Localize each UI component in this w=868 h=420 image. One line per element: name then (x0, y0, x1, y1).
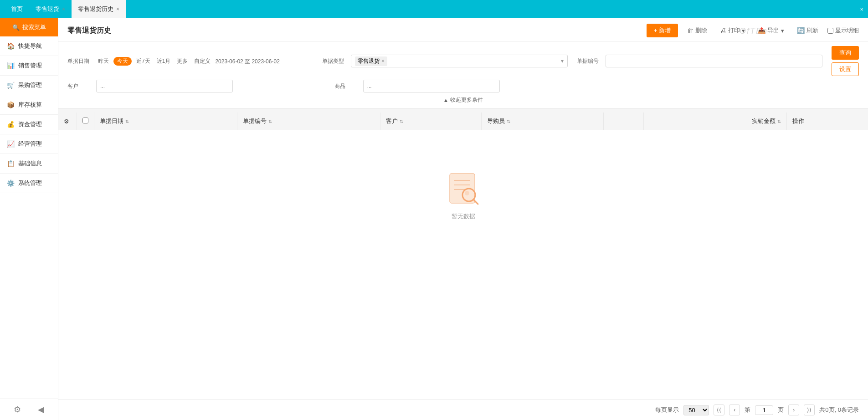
guide-sort-icon: ⇅ (507, 119, 510, 124)
type-select-dropdown-icon: ▾ (561, 58, 564, 64)
sidebar-item-basic-info-label: 基础信息 (18, 159, 42, 168)
select-all-checkbox[interactable] (82, 118, 88, 123)
collapse-label: 收起更多条件 (450, 96, 483, 104)
home-icon: 🏠 (6, 42, 15, 50)
sidebar-item-finance-mgmt[interactable]: 💰 资金管理 (0, 115, 58, 134)
inventory-icon: 📦 (6, 101, 15, 109)
collapse-icon[interactable]: ◀ (38, 405, 44, 415)
page-size-label: 每页显示 (655, 406, 679, 414)
sidebar-search[interactable]: 🔍 搜索菜单 (0, 18, 58, 36)
date-option-7days[interactable]: 近7天 (134, 57, 152, 66)
date-option-more[interactable]: 更多 (175, 57, 190, 66)
page-last-btn[interactable]: ⟩⟩ (804, 405, 815, 415)
date-option-yesterday[interactable]: 昨天 (96, 57, 111, 66)
filter-row-1: 单据日期 昨天 今天 近7天 近1月 更多 自定义 2023-06-02 至 2… (67, 46, 859, 76)
page-label-pre: 第 (745, 406, 750, 414)
tab-retail-return-label: 零售退货 (36, 5, 59, 13)
page-next-btn[interactable]: › (788, 405, 799, 415)
number-filter-input[interactable] (606, 55, 822, 67)
settings-bottom-icon[interactable]: ⚙ (14, 405, 21, 415)
th-customer[interactable]: 客户 ⇅ (380, 113, 481, 130)
filter-settings-button[interactable]: 设置 (832, 62, 859, 76)
th-spacer (604, 113, 644, 130)
sidebar-item-operations-mgmt[interactable]: 📈 经营管理 (0, 134, 58, 154)
th-action: 操作 (787, 113, 868, 130)
export-label: 导出 (767, 26, 779, 35)
content-area: 零售退货历史 + 新增 🗑 删除 🖨 打印 ▾ 📤 导出 (58, 18, 868, 420)
page-prev-btn[interactable]: ‹ (729, 405, 740, 415)
add-icon: + (654, 27, 657, 34)
page-first-btn[interactable]: ⟨⟨ (714, 405, 724, 415)
query-action-group: 查询 设置 (832, 46, 859, 76)
top-bar-close[interactable]: × (860, 6, 863, 13)
type-filter-label: 单据类型 (322, 57, 347, 65)
page-input[interactable] (755, 405, 773, 415)
sidebar-item-system-mgmt[interactable]: ⚙️ 系统管理 (0, 174, 58, 193)
add-label: 新增 (659, 27, 671, 34)
table-body: 暂无数据 (58, 130, 868, 257)
total-text: 共0页, 0条记录 (819, 406, 859, 414)
export-icon: 📤 (758, 27, 765, 34)
th-amount-label: 实销金额 (752, 117, 776, 125)
filter-row-2: 客户 商品 (67, 80, 859, 92)
export-button[interactable]: 📤 导出 ▾ (754, 25, 788, 36)
type-tag-close[interactable]: × (381, 58, 385, 64)
tab-retail-return-history-close[interactable]: × (116, 6, 119, 12)
operations-icon: 📈 (6, 140, 15, 148)
date-option-1month[interactable]: 近1月 (155, 57, 173, 66)
sidebar-item-sales-mgmt[interactable]: 📊 销售管理 (0, 56, 58, 76)
print-label: 打印 (728, 26, 740, 35)
type-tag: 零售退货 × (355, 56, 387, 66)
date-sort-icon: ⇅ (125, 119, 129, 124)
display-toggle[interactable]: 显示明细 (827, 26, 859, 35)
th-checkbox[interactable] (77, 113, 94, 130)
table-header-row: ⚙ 单据日期 ⇅ 单据编号 (58, 113, 868, 130)
refresh-icon: 🔄 (797, 27, 805, 34)
sidebar-item-purchase-mgmt-label: 采购管理 (18, 81, 42, 89)
collapse-filter-button[interactable]: ▲ 收起更多条件 (436, 96, 491, 104)
empty-row: 暂无数据 (58, 130, 868, 257)
finance-icon: 💰 (6, 120, 15, 128)
tab-retail-return-history-label: 零售退货历史 (78, 5, 113, 13)
display-toggle-checkbox[interactable] (827, 28, 833, 34)
pagination-bar: 每页显示 10 20 50 100 ⟨⟨ ‹ 第 页 › ⟩⟩ 共0页, 0条记… (58, 400, 868, 420)
page-header: 零售退货历史 + 新增 🗑 删除 🖨 打印 ▾ 📤 导出 (58, 18, 868, 41)
tab-retail-return-history[interactable]: 零售退货历史 × (72, 0, 126, 18)
tab-retail-return-close[interactable]: × (62, 6, 65, 12)
product-filter-input[interactable] (363, 80, 500, 92)
svg-point-6 (465, 191, 469, 195)
print-button[interactable]: 🖨 打印 ▾ (716, 25, 749, 36)
date-option-today[interactable]: 今天 (113, 57, 132, 66)
add-button[interactable]: + 新增 (647, 24, 678, 37)
table-area: ⚙ 单据日期 ⇅ 单据编号 (58, 113, 868, 400)
sidebar-item-quick-nav[interactable]: 🏠 快捷导航 (0, 36, 58, 56)
th-guide-label: 导购员 (487, 117, 505, 125)
sidebar-item-inventory[interactable]: 📦 库存核算 (0, 95, 58, 115)
query-button[interactable]: 查询 (832, 46, 859, 60)
date-option-custom[interactable]: 自定义 (192, 57, 212, 66)
delete-button[interactable]: 🗑 删除 (683, 25, 711, 36)
th-action-label: 操作 (792, 118, 804, 124)
th-guide[interactable]: 导购员 ⇅ (481, 113, 603, 130)
refresh-button[interactable]: 🔄 刷新 (793, 25, 822, 36)
basic-info-icon: 📋 (6, 159, 15, 168)
number-filter-label: 单据编号 (577, 57, 602, 65)
sidebar-item-operations-mgmt-label: 经营管理 (18, 140, 42, 148)
customer-filter-input[interactable] (96, 80, 233, 92)
empty-state: 暂无数据 (58, 130, 868, 257)
page-title: 零售退货历史 (67, 26, 647, 36)
page-size-select[interactable]: 10 20 50 100 (683, 405, 709, 415)
type-filter-select[interactable]: 零售退货 × ▾ (351, 55, 568, 67)
th-amount[interactable]: 实销金额 ⇅ (644, 113, 787, 130)
tab-retail-return[interactable]: 零售退货 × (29, 0, 72, 18)
refresh-label: 刷新 (806, 26, 818, 35)
date-filter-group: 单据日期 昨天 今天 近7天 近1月 更多 自定义 2023-06-02 至 2… (67, 57, 313, 66)
tab-home[interactable]: 首页 (5, 5, 29, 13)
sidebar-item-finance-mgmt-label: 资金管理 (18, 120, 42, 128)
sidebar-item-basic-info[interactable]: 📋 基础信息 (0, 154, 58, 174)
th-settings[interactable]: ⚙ (58, 113, 77, 130)
th-date[interactable]: 单据日期 ⇅ (94, 113, 237, 130)
page-label: 页 (778, 406, 784, 414)
sidebar-item-purchase-mgmt[interactable]: 🛒 采购管理 (0, 76, 58, 95)
th-number[interactable]: 单据编号 ⇅ (237, 113, 380, 130)
